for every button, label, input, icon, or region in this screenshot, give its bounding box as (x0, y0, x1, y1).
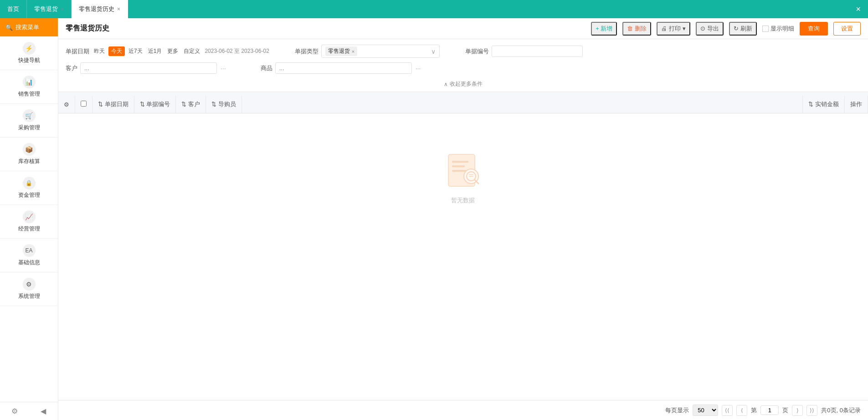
page-word: 第 (751, 406, 757, 415)
th-customer-sort: ⇅ (181, 101, 188, 108)
display-detail-checkbox[interactable] (762, 26, 769, 32)
date-btn-more[interactable]: 更多 (165, 46, 180, 56)
sidebar-item-finance-label: 资金管理 (18, 191, 40, 199)
empty-state: 暂无数据 (58, 113, 868, 241)
th-settings[interactable]: ⚙ (58, 96, 75, 113)
th-doc-no[interactable]: ⇅ 单据编号 (134, 96, 176, 113)
page-number-input[interactable] (760, 405, 779, 415)
tab-retail-return-close[interactable]: × (61, 6, 64, 12)
window-close-button[interactable]: × (848, 0, 868, 18)
setting-button[interactable]: 设置 (833, 22, 861, 36)
tab-retail-return-history[interactable]: 零售退货历史 × (72, 0, 128, 18)
query-button[interactable]: 查询 (800, 22, 828, 36)
th-guide-sort: ⇅ (211, 101, 218, 108)
select-all-checkbox[interactable] (81, 101, 87, 107)
sidebar-item-purchase-mgmt[interactable]: 🛒 采购管理 (0, 104, 58, 138)
finance-icon: 🔒 (23, 177, 36, 190)
sales-mgmt-icon: 📊 (23, 76, 36, 88)
collapse-row: ∧ 收起更多条件 (66, 78, 861, 92)
date-btn-custom[interactable]: 自定义 (182, 46, 202, 56)
goods-input[interactable] (275, 62, 412, 74)
base-info-icon: EA (23, 244, 36, 257)
sidebar-item-inventory[interactable]: 📦 库存核算 (0, 138, 58, 171)
empty-text: 暂无数据 (451, 196, 475, 205)
sidebar-item-finance[interactable]: 🔒 资金管理 (0, 171, 58, 205)
date-btn-today[interactable]: 今天 (108, 46, 125, 56)
goods-input-more[interactable]: ··· (416, 65, 421, 72)
date-filter-item: 单据日期 昨天 今天 近7天 近1月 更多 自定义 2023-06-02 至 2… (66, 46, 269, 56)
sidebar-item-operations[interactable]: 📈 经营管理 (0, 205, 58, 239)
tab-retail-return-history-label: 零售退货历史 (79, 5, 114, 13)
th-doc-date[interactable]: ⇅ 单据日期 (92, 96, 134, 113)
th-doc-date-label: ⇅ (98, 101, 105, 108)
page-label: 页 (782, 406, 788, 415)
customer-input[interactable] (80, 62, 217, 74)
customer-label: 客户 (66, 64, 77, 72)
page-header: 零售退货历史 + 新增 🗑 删除 🖨 打印 ▾ ⊙ 导出 ↻ 刷新 (58, 18, 868, 39)
table-body: 暂无数据 (58, 113, 868, 241)
export-icon: ⊙ (700, 25, 705, 32)
goods-filter-item: 商品 ··· (261, 62, 421, 74)
page-next-btn[interactable]: ⟩ (792, 405, 803, 416)
svg-rect-2 (452, 165, 465, 167)
page-prev-btn[interactable]: ⟨ (736, 405, 747, 416)
sidebar-item-sales-label: 销售管理 (18, 90, 40, 98)
header-actions: + 新增 🗑 删除 🖨 打印 ▾ ⊙ 导出 ↻ 刷新 显示明细 (591, 22, 861, 36)
th-customer[interactable]: ⇅ 客户 (176, 96, 206, 113)
doc-type-tag: 零售退货 × (325, 46, 357, 56)
date-btn-yesterday[interactable]: 昨天 (92, 46, 107, 56)
export-button[interactable]: ⊙ 导出 (696, 22, 724, 36)
delete-button[interactable]: 🗑 删除 (622, 22, 651, 36)
sidebar-collapse-btn[interactable]: ◀ (29, 402, 58, 420)
per-page-label: 每页显示 (665, 406, 689, 415)
th-amount[interactable]: ⇅ 实销金额 (803, 96, 845, 113)
display-detail: 显示明细 (762, 25, 794, 33)
print-button[interactable]: 🖨 打印 ▾ (657, 22, 690, 36)
customer-input-more[interactable]: ··· (221, 65, 226, 72)
th-checkbox[interactable] (75, 96, 92, 113)
date-range-text: 2023-06-02 至 2023-06-02 (205, 47, 269, 55)
date-filter-label: 单据日期 (66, 47, 89, 56)
page-first-btn[interactable]: ⟨⟨ (722, 405, 733, 416)
doc-no-filter-item: 单据编号 (465, 46, 583, 57)
sidebar-item-sys-mgmt[interactable]: ⚙ 系统管理 (0, 272, 58, 306)
th-amount-sort: ⇅ (808, 101, 815, 108)
doc-type-input[interactable]: 零售退货 × ∨ (321, 45, 440, 58)
date-btn-7days[interactable]: 近7天 (127, 46, 144, 56)
th-doc-no-sort: ⇅ (140, 101, 147, 108)
sys-mgmt-icon: ⚙ (23, 278, 36, 291)
doc-type-dropdown-icon[interactable]: ∨ (431, 48, 436, 55)
sidebar-item-sales-mgmt[interactable]: 📊 销售管理 (0, 70, 58, 104)
add-button[interactable]: + 新增 (591, 22, 617, 36)
tab-retail-return[interactable]: 零售退货 × (27, 0, 72, 18)
tab-home-label: 首页 (7, 5, 19, 13)
tab-retail-return-history-close[interactable]: × (117, 6, 120, 12)
th-spacer (241, 96, 803, 113)
sidebar-item-quick-nav[interactable]: ⚡ 快捷导航 (0, 36, 58, 70)
page-last-btn[interactable]: ⟩⟩ (806, 405, 817, 416)
content-area: 零售退货历史 + 新增 🗑 删除 🖨 打印 ▾ ⊙ 导出 ↻ 刷新 (58, 18, 868, 420)
doc-type-tag-text: 零售退货 (328, 47, 350, 55)
collapse-btn[interactable]: ∧ 收起更多条件 (444, 80, 483, 88)
sidebar-search[interactable]: 🔍 搜索菜单 (0, 18, 58, 36)
doc-no-label: 单据编号 (465, 47, 489, 56)
doc-no-input[interactable] (492, 46, 583, 57)
doc-type-filter-item: 单据类型 零售退货 × ∨ (295, 45, 440, 58)
filter-row-1: 单据日期 昨天 今天 近7天 近1月 更多 自定义 2023-06-02 至 2… (66, 45, 861, 58)
sidebar-search-label: 搜索菜单 (15, 23, 39, 31)
sidebar-item-operations-label: 经营管理 (18, 225, 40, 233)
tab-home[interactable]: 首页 (0, 0, 27, 18)
per-page-select[interactable]: 10 20 50 100 (693, 405, 718, 416)
sidebar-item-base-info[interactable]: EA 基础信息 (0, 239, 58, 272)
collapse-label: 收起更多条件 (450, 80, 483, 88)
empty-icon (440, 150, 486, 191)
sidebar-settings-btn[interactable]: ⚙ (0, 402, 29, 420)
filter-area: 单据日期 昨天 今天 近7天 近1月 更多 自定义 2023-06-02 至 2… (58, 39, 868, 92)
date-btn-1month[interactable]: 近1月 (146, 46, 164, 56)
sidebar-item-sys-label: 系统管理 (18, 292, 40, 300)
doc-type-tag-close[interactable]: × (352, 49, 354, 54)
print-icon: 🖨 (661, 25, 667, 32)
total-pages-text: 共0页, 0条记录 (821, 406, 861, 415)
refresh-button[interactable]: ↻ 刷新 (729, 22, 757, 36)
th-guide[interactable]: ⇅ 导购员 (205, 96, 241, 113)
